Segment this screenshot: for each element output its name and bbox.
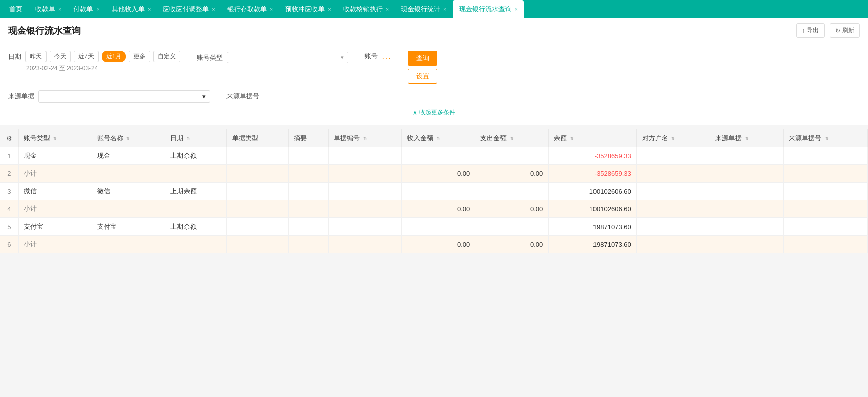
- col-date[interactable]: 日期 ⇅: [165, 129, 226, 147]
- close-icon[interactable]: ×: [386, 6, 389, 12]
- col-income[interactable]: 收入金额 ⇅: [402, 129, 475, 147]
- cell-income: [402, 218, 475, 236]
- date-today-btn[interactable]: 今天: [50, 51, 71, 62]
- dots-button[interactable]: ...: [382, 52, 391, 61]
- nav-tab-verify[interactable]: 收款核销执行 ×: [337, 0, 395, 18]
- cell-doc-type: [227, 147, 289, 165]
- nav-tab-bank-stat[interactable]: 现金银行统计 ×: [395, 0, 452, 18]
- date-range-display: 2023-02-24 至 2023-03-24: [26, 65, 98, 72]
- export-button[interactable]: ↑ 导出: [796, 23, 825, 38]
- date-yesterday-btn[interactable]: 昨天: [25, 51, 47, 62]
- nav-tab-prepayment[interactable]: 预收冲应收单 ×: [279, 0, 337, 18]
- cell-summary: [289, 147, 329, 165]
- date-7days-btn[interactable]: 近7天: [74, 51, 99, 62]
- chevron-down-icon: ▾: [202, 93, 206, 100]
- cell-summary: [289, 165, 329, 183]
- nav-tab-shoukuan[interactable]: 收款单 ×: [29, 0, 67, 18]
- row-number: 6: [0, 236, 18, 253]
- nav-tab-fukuan[interactable]: 付款单 ×: [67, 0, 105, 18]
- cell-expense: 0.00: [475, 200, 549, 218]
- col-counterparty[interactable]: 对方户名 ⇅: [636, 129, 710, 147]
- col-source-doc-no[interactable]: 来源单据号 ⇅: [784, 129, 868, 147]
- sort-icon: ⇅: [570, 136, 574, 141]
- date-label: 日期: [8, 52, 21, 61]
- date-shortcuts: 昨天 今天 近7天 近1月 更多 自定义: [25, 51, 180, 62]
- cell-doc-no: [329, 165, 402, 183]
- nav-tab-adjustment[interactable]: 应收应付调整单 ×: [157, 0, 221, 18]
- cell-doc-no: [329, 218, 402, 236]
- close-icon[interactable]: ×: [443, 6, 446, 12]
- sort-icon: ⇅: [363, 136, 367, 141]
- row-number: 3: [0, 183, 18, 200]
- table-row: 2 小计 0.00 0.00 -3528659.33: [0, 165, 868, 183]
- cell-account-type: 小计: [18, 165, 92, 183]
- cell-date: 上期余额: [165, 218, 226, 236]
- close-icon[interactable]: ×: [270, 6, 273, 12]
- cell-doc-type: [227, 236, 289, 253]
- source-doc-no-label: 来源单据号: [226, 92, 259, 101]
- cell-balance: 100102606.60: [549, 183, 636, 200]
- col-settings[interactable]: ⚙: [0, 129, 18, 147]
- filter-source-row: 来源单据 ▾ 来源单据号: [8, 89, 860, 103]
- nav-tab-bank-deposit[interactable]: 银行存取款单 ×: [221, 0, 279, 18]
- close-icon[interactable]: ×: [96, 6, 99, 12]
- date-more-btn[interactable]: 更多: [129, 51, 150, 62]
- collapse-icon: ∧: [413, 109, 417, 116]
- cell-date: [165, 200, 226, 218]
- table-header-row: ⚙ 账号类型 ⇅ 账号名称 ⇅ 日期 ⇅ 单据类型 摘要: [0, 129, 868, 147]
- table-row: 4 小计 0.00 0.00 100102606.60: [0, 200, 868, 218]
- close-icon[interactable]: ×: [212, 6, 215, 12]
- cell-expense: [475, 183, 549, 200]
- date-custom-btn[interactable]: 自定义: [153, 51, 180, 62]
- cell-counterparty: [636, 165, 710, 183]
- source-doc-no-input[interactable]: [263, 89, 435, 103]
- col-account-name[interactable]: 账号名称 ⇅: [92, 129, 165, 147]
- date-1month-btn[interactable]: 近1月: [102, 51, 126, 62]
- query-button[interactable]: 查询: [408, 51, 437, 66]
- table-body: 1 现金 现金 上期余额 -3528659.33 2 小计 0.00 0.00 …: [0, 147, 868, 253]
- close-icon[interactable]: ×: [58, 6, 61, 12]
- account-label: 账号: [364, 52, 378, 61]
- close-icon[interactable]: ×: [328, 6, 331, 12]
- col-balance[interactable]: 余额 ⇅: [549, 129, 636, 147]
- cell-source-doc-no: [784, 200, 868, 218]
- cell-summary: [289, 183, 329, 200]
- data-table: ⚙ 账号类型 ⇅ 账号名称 ⇅ 日期 ⇅ 单据类型 摘要: [0, 129, 868, 253]
- cell-account-name: [92, 236, 165, 253]
- collapse-bar[interactable]: ∧ 收起更多条件: [8, 106, 860, 121]
- cell-date: [165, 236, 226, 253]
- cell-summary: [289, 200, 329, 218]
- refresh-button[interactable]: ↻ 刷新: [830, 23, 860, 38]
- account-type-select[interactable]: ▾: [227, 52, 348, 63]
- sort-icon: ⇅: [671, 136, 675, 141]
- refresh-icon: ↻: [835, 27, 840, 34]
- cell-account-name: [92, 165, 165, 183]
- cell-account-type: 支付宝: [18, 218, 92, 236]
- col-account-type[interactable]: 账号类型 ⇅: [18, 129, 92, 147]
- col-summary: 摘要: [289, 129, 329, 147]
- cell-doc-type: [227, 200, 289, 218]
- row-number: 5: [0, 218, 18, 236]
- cell-date: 上期余额: [165, 183, 226, 200]
- cell-doc-no: [329, 183, 402, 200]
- settings-button[interactable]: 设置: [408, 69, 437, 84]
- cell-account-name: [92, 200, 165, 218]
- source-doc-select[interactable]: ▾: [38, 90, 210, 103]
- nav-tab-other-income[interactable]: 其他收入单 ×: [106, 0, 157, 18]
- col-doc-no[interactable]: 单据编号 ⇅: [329, 129, 402, 147]
- col-expense[interactable]: 支出金额 ⇅: [475, 129, 549, 147]
- close-icon[interactable]: ×: [148, 6, 151, 12]
- cell-account-type: 微信: [18, 183, 92, 200]
- cell-balance: -3528659.33: [549, 165, 636, 183]
- sort-icon: ⇅: [53, 136, 57, 141]
- cell-expense: [475, 147, 549, 165]
- nav-home[interactable]: 首页: [2, 0, 29, 18]
- col-source-doc[interactable]: 来源单据 ⇅: [710, 129, 783, 147]
- settings-icon[interactable]: ⚙: [6, 135, 12, 142]
- cell-balance: 19871073.60: [549, 236, 636, 253]
- nav-tab-bank-flow[interactable]: 现金银行流水查询 ×: [453, 0, 524, 18]
- table-row: 3 微信 微信 上期余额 100102606.60: [0, 183, 868, 200]
- cell-source-doc-no: [784, 218, 868, 236]
- sort-icon: ⇅: [825, 136, 829, 141]
- close-icon[interactable]: ×: [515, 6, 518, 12]
